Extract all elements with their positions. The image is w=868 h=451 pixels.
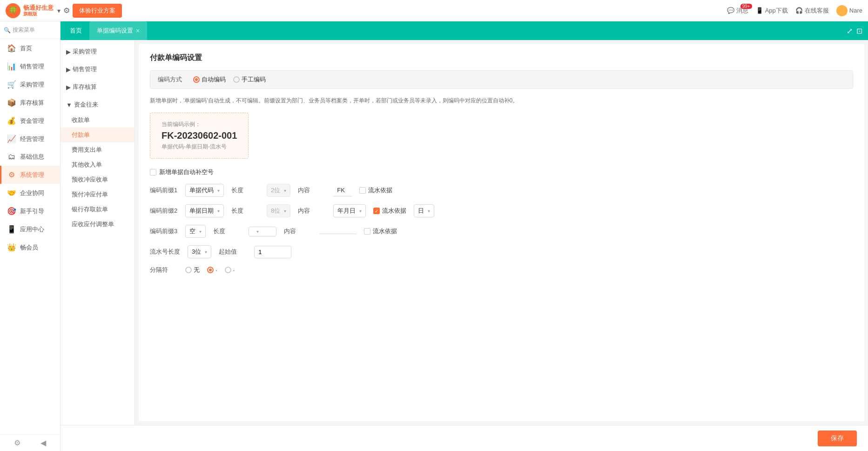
prefix1-length-value: 2位 [271,186,280,195]
tab-home[interactable]: 首页 [62,21,89,40]
sub-sidebar-adjustment[interactable]: 应收应付调整单 [61,217,135,232]
sidebar-item-cooperation[interactable]: 🤝 企业协同 [0,184,60,202]
prefix3-select[interactable]: 空 ▾ [185,225,206,238]
home-icon: 🏠 [7,44,16,53]
prefix2-waterfall-check[interactable]: ✓ 流水依据 [373,207,406,215]
sidebar-item-home[interactable]: 🏠 首页 [0,39,60,57]
user-name: Nare [849,7,862,14]
sidebar-collapse-icon[interactable]: ◀ [40,438,46,447]
sidebar-item-inventory-label: 库存核算 [20,99,44,107]
sep-dash[interactable]: · [225,267,235,274]
app-download-button[interactable]: 📱 App下载 [756,7,788,15]
user-area[interactable]: Nare [836,5,862,16]
radio-auto[interactable]: 自动编码 [193,75,226,84]
start-value-input[interactable] [254,246,291,258]
prefix2-chevron: ▾ [217,209,220,214]
logo-text: 畅通好生意 旗舰版 [23,4,54,17]
save-button[interactable]: 保存 [818,431,857,446]
radio-group-encoding: 自动编码 手工编码 [193,75,266,84]
sub-sidebar-group-purchase: ▶ 采购管理 [61,44,135,60]
separator-row: 分隔符 无 · · [150,266,853,274]
sidebar-item-sales[interactable]: 📊 销售管理 [0,57,60,75]
tab-close-icon[interactable]: × [136,27,140,34]
sep-dash-label: · [233,267,235,274]
sidebar-item-basic[interactable]: 🗂 基础信息 [0,148,60,166]
serial-length-select[interactable]: 3位 ▾ [188,245,211,258]
sub-sidebar-expense[interactable]: 费用支出单 [61,142,135,157]
prefix1-select[interactable]: 单据代码 ▾ [185,184,224,197]
prefix2-waterfall-label: 流水依据 [382,207,406,215]
sep-none[interactable]: 无 [185,266,200,274]
sidebar-item-inventory[interactable]: 📦 库存核算 [0,94,60,112]
auto-fill-checkbox[interactable]: 新增单据自动补空号 [150,168,853,176]
sidebar-item-operations[interactable]: 📈 经营管理 [0,130,60,148]
sub-sidebar-inventory-header[interactable]: ▶ 库存核算 [61,79,135,95]
radio-manual-label: 手工编码 [242,75,266,84]
sidebar-search[interactable]: 🔍 搜索菜单 [0,21,60,39]
sub-sidebar-receipt[interactable]: 收款单 [61,113,135,128]
prefix3-waterfall-check[interactable]: 流水依据 [364,227,397,236]
sub-sidebar-finance-header[interactable]: ▼ 资金往来 [61,97,135,113]
experience-button[interactable]: 体验行业方案 [73,4,122,18]
prefix3-length-select[interactable]: ▾ [249,227,276,236]
prefix2-unit-value: 日 [418,207,424,215]
message-icon: 💬 [727,7,734,14]
tab-home-label: 首页 [70,27,82,35]
message-button[interactable]: 💬 消息 99+ [727,7,748,15]
sidebar-item-member[interactable]: 👑 畅会员 [0,238,60,256]
sub-sidebar-pre-payable[interactable]: 预付冲应付单 [61,187,135,202]
prefix1-length-chevron: ▾ [284,188,286,193]
topbar: 🍀 畅通好生意 旗舰版 ▾ ⚙ 体验行业方案 💬 消息 99+ 📱 App下载 … [0,0,868,21]
prefix2-content-select[interactable]: 年月日 ▾ [333,204,366,217]
prefix2-length-chevron: ▾ [284,209,286,214]
online-service-label: 在线客服 [805,7,829,15]
prefix1-content-value: FK [333,184,352,196]
prefix1-length-label: 长度 [231,186,259,195]
user-avatar [836,5,848,16]
prefix1-select-value: 单据代码 [189,186,214,195]
sub-sidebar-group-sales: ▶ 销售管理 [61,61,135,77]
sep-dot-dot [207,267,214,273]
sub-sidebar-purchase-header[interactable]: ▶ 采购管理 [61,44,135,60]
sidebar-item-apps[interactable]: 📱 应用中心 [0,220,60,238]
prefix2-select[interactable]: 单据日期 ▾ [185,204,224,217]
sub-sidebar-payment[interactable]: 付款单 [61,128,135,142]
prefix3-label: 编码前缀3 [150,227,178,236]
tab-encoding-label: 单据编码设置 [97,27,133,35]
inventory-icon: 📦 [7,98,16,107]
prefix1-waterfall-check[interactable]: 流水依据 [359,186,392,195]
sub-sidebar-sales-header[interactable]: ▶ 销售管理 [61,61,135,77]
nav-dropdown-arrow[interactable]: ▾ [57,7,61,14]
code-example-box: 当前编码示例： FK-20230602-001 单据代码-单据日期-流水号 [150,113,249,159]
prefix2-content-label: 内容 [298,207,326,215]
topbar-right: 💬 消息 99+ 📱 App下载 🎧 在线客服 Nare [727,5,862,16]
message-badge: 99+ [740,4,752,9]
sidebar-item-system[interactable]: ⚙ 系统管理 [0,166,60,184]
operations-icon: 📈 [7,135,16,143]
code-example-value: FK-20230602-001 [161,130,237,141]
serial-length-chevron: ▾ [205,249,207,255]
online-service-button[interactable]: 🎧 在线客服 [795,7,829,15]
sub-sidebar-group-inventory: ▶ 库存核算 [61,79,135,95]
sep-dot-label: · [215,267,217,274]
radio-manual[interactable]: 手工编码 [233,75,266,84]
sub-sidebar-purchase-label: 采购管理 [73,47,97,56]
sep-dot[interactable]: · [207,267,217,274]
sidebar-item-purchase[interactable]: 🛒 采购管理 [0,75,60,94]
settings-icon[interactable]: ⚙ [63,6,70,15]
prefix-row-2: 编码前缀2 单据日期 ▾ 长度 8位 ▾ 内容 年月日 ▾ [150,204,853,217]
sidebar-item-sales-label: 销售管理 [20,62,44,71]
sub-sidebar-bank[interactable]: 银行存取款单 [61,202,135,217]
sidebar-item-finance[interactable]: 💰 资金管理 [0,112,60,130]
sidebar-item-guide[interactable]: 🎯 新手引导 [0,202,60,220]
main-content: ▶ 采购管理 ▶ 销售管理 ▶ 库存核算 [61,40,868,425]
sub-sidebar-pre-receivable[interactable]: 预收冲应收单 [61,172,135,187]
tab-encoding[interactable]: 单据编码设置 × [89,21,147,40]
sidebar-settings-icon[interactable]: ⚙ [14,438,20,447]
prefix2-unit-select[interactable]: 日 ▾ [414,204,434,217]
tab-expand-icon[interactable]: ⤢ [847,27,853,35]
tab-collapse-icon[interactable]: ⊡ [856,27,862,35]
encoding-method-bar: 编码方式 自动编码 手工编码 [150,70,853,89]
auto-fill-label: 新增单据自动补空号 [159,168,214,176]
sub-sidebar-other-income[interactable]: 其他收入单 [61,157,135,172]
